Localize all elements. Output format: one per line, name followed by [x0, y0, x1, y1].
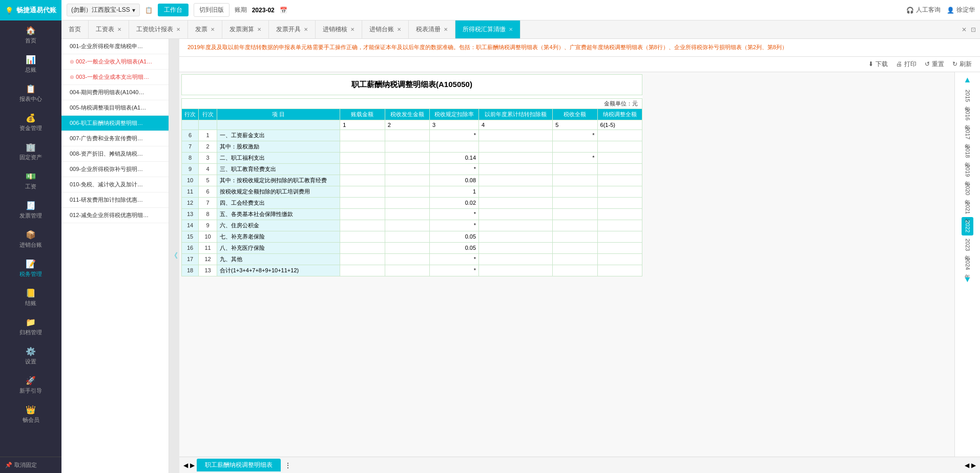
- cell-C-8[interactable]: [340, 220, 385, 231]
- cell-C-7[interactable]: [340, 208, 385, 220]
- cell-E-12[interactable]: *: [430, 265, 479, 276]
- cell-C-12[interactable]: [340, 265, 385, 276]
- tab-发票开具[interactable]: 发票开具✕: [269, 20, 316, 38]
- cell-D-7[interactable]: [385, 208, 429, 220]
- tab-税表清册[interactable]: 税表清册✕: [409, 20, 455, 38]
- cell-H-11[interactable]: [597, 253, 642, 265]
- cell-F-7[interactable]: [479, 208, 553, 220]
- tab-close-icon[interactable]: ✕: [509, 27, 513, 32]
- print-button[interactable]: 🖨 打印: [896, 60, 916, 69]
- cell-E-0[interactable]: *: [430, 130, 479, 141]
- cell-D-10[interactable]: [385, 242, 429, 253]
- cell-D-6[interactable]: [385, 197, 429, 208]
- cell-C-6[interactable]: [340, 197, 385, 208]
- cell-G-1[interactable]: [553, 141, 597, 152]
- cell-F-8[interactable]: [479, 220, 553, 231]
- doc-item-010[interactable]: 010-免税、减计收入及加计…: [61, 177, 169, 192]
- doc-item-006[interactable]: 006-职工薪酬纳税调整明细…: [61, 116, 169, 131]
- tab-所得税汇算清缴[interactable]: 所得税汇算清缴✕: [455, 20, 520, 38]
- tab-close-icon[interactable]: ✕: [117, 27, 121, 32]
- sidebar-item-发票管理[interactable]: 🧾发票管理: [0, 196, 61, 225]
- sidebar-item-新手引导[interactable]: 🚀新手引导: [0, 371, 61, 400]
- sidebar-item-首页[interactable]: 🏠首页: [0, 20, 61, 50]
- spreadsheet[interactable]: 职工薪酬纳税调整明细表(A105050)金额单位：元 行次 行次 项 目 账载金…: [179, 72, 954, 457]
- close-window-icon[interactable]: ✕: [962, 26, 967, 33]
- cell-G-2[interactable]: *: [553, 152, 597, 163]
- sidebar-item-固定资产[interactable]: 🏢固定资产: [0, 137, 61, 166]
- workspace-button[interactable]: 工作台: [158, 4, 189, 16]
- tab-工资表[interactable]: 工资表✕: [89, 20, 129, 38]
- cell-C-5[interactable]: [340, 186, 385, 197]
- cell-D-5[interactable]: [385, 186, 429, 197]
- tab-进销台账[interactable]: 进销台账✕: [362, 20, 409, 38]
- sheet-scroll-right-icon[interactable]: ▶: [971, 462, 976, 469]
- tab-首页[interactable]: 首页: [61, 20, 89, 38]
- switch-old-button[interactable]: 切到旧版: [194, 3, 230, 17]
- year-nav-item-2024年[interactable]: 2024年: [962, 254, 973, 273]
- cell-F-9[interactable]: [479, 231, 553, 242]
- reset-button[interactable]: ↺ 重置: [925, 60, 944, 69]
- cell-G-12[interactable]: [553, 265, 597, 276]
- cell-H-5[interactable]: [597, 186, 642, 197]
- cell-F-6[interactable]: [479, 197, 553, 208]
- doc-item-001[interactable]: 001-企业所得税年度纳税申…: [61, 39, 169, 54]
- cell-C-4[interactable]: [340, 175, 385, 186]
- tab-close-icon[interactable]: ✕: [176, 27, 180, 32]
- download-button[interactable]: ⬇ 下载: [868, 60, 888, 69]
- year-nav-up[interactable]: ▲: [963, 74, 973, 85]
- cell-E-6[interactable]: 0.02: [430, 197, 479, 208]
- collapse-panel-btn[interactable]: 《: [169, 39, 179, 473]
- doc-item-002[interactable]: ⊙ 002-一般企业收入明细表(A1…: [61, 54, 169, 70]
- cell-E-4[interactable]: 0.08: [430, 175, 479, 186]
- cell-E-11[interactable]: *: [430, 253, 479, 265]
- year-nav-item-2020年[interactable]: 2020年: [962, 180, 973, 198]
- service-btn[interactable]: 🎧 人工客询: [906, 6, 941, 14]
- sidebar-item-归档管理[interactable]: 📁归档管理: [0, 312, 61, 341]
- cell-G-5[interactable]: [553, 186, 597, 197]
- cell-D-3[interactable]: [385, 163, 429, 175]
- cell-G-4[interactable]: [553, 175, 597, 186]
- cell-C-3[interactable]: [340, 163, 385, 175]
- cell-F-2[interactable]: [479, 152, 553, 163]
- sheet-scroll-left-icon[interactable]: ◀: [965, 462, 969, 469]
- sidebar-item-总账[interactable]: 📊总账: [0, 50, 61, 79]
- tab-发票[interactable]: 发票✕: [188, 20, 222, 38]
- sidebar-item-设置[interactable]: ⚙️设置: [0, 341, 61, 371]
- sidebar-item-进销台账[interactable]: 📦进销台账: [0, 225, 61, 254]
- cell-G-9[interactable]: [553, 231, 597, 242]
- cell-H-3[interactable]: [597, 163, 642, 175]
- doc-item-007[interactable]: 007-广告费和业务宣传费明…: [61, 131, 169, 146]
- cell-G-3[interactable]: [553, 163, 597, 175]
- tab-close-icon[interactable]: ✕: [304, 27, 308, 32]
- year-nav-down[interactable]: ▼: [963, 274, 973, 285]
- tab-close-icon[interactable]: ✕: [350, 27, 355, 32]
- cell-H-9[interactable]: [597, 231, 642, 242]
- cell-E-3[interactable]: *: [430, 163, 479, 175]
- year-nav-item-2022年[interactable]: 2022年: [962, 217, 973, 235]
- cell-C-9[interactable]: [340, 231, 385, 242]
- cell-D-0[interactable]: [385, 130, 429, 141]
- year-nav-item-2023年[interactable]: 2023年: [962, 235, 973, 254]
- cell-F-11[interactable]: [479, 253, 553, 265]
- cell-D-9[interactable]: [385, 231, 429, 242]
- sidebar-item-工资[interactable]: 💵工资: [0, 166, 61, 196]
- tab-发票测算[interactable]: 发票测算✕: [222, 20, 269, 38]
- cell-E-2[interactable]: 0.14: [430, 152, 479, 163]
- cell-H-7[interactable]: [597, 208, 642, 220]
- cell-H-0[interactable]: [597, 130, 642, 141]
- cell-D-1[interactable]: [385, 141, 429, 152]
- sidebar-item-资金管理[interactable]: 💰资金管理: [0, 108, 61, 137]
- year-nav-item-2018年[interactable]: 2018年: [962, 142, 973, 161]
- right-scroll-icon[interactable]: ▶: [190, 462, 195, 469]
- cell-D-12[interactable]: [385, 265, 429, 276]
- cell-D-4[interactable]: [385, 175, 429, 186]
- cell-F-4[interactable]: [479, 175, 553, 186]
- cell-H-6[interactable]: [597, 197, 642, 208]
- user-menu[interactable]: 👤 徐淀华: [947, 6, 975, 14]
- cell-D-11[interactable]: [385, 253, 429, 265]
- cell-H-8[interactable]: [597, 220, 642, 231]
- year-nav-item-2016年[interactable]: 2016年: [962, 105, 973, 123]
- cell-C-0[interactable]: [340, 130, 385, 141]
- cell-G-7[interactable]: [553, 208, 597, 220]
- cell-C-2[interactable]: [340, 152, 385, 163]
